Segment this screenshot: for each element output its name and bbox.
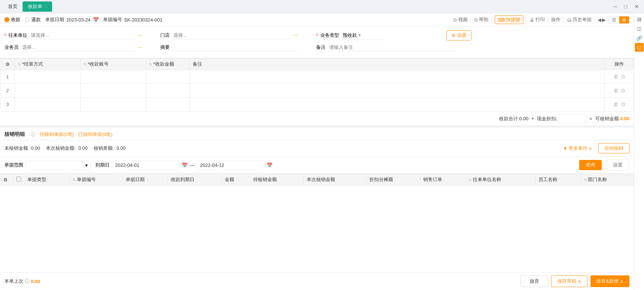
sub-th-settings[interactable]: ⚙ (0, 174, 13, 185)
history-link[interactable]: 🗂 历史单据 (567, 16, 592, 23)
current-value: 0.00 (78, 145, 87, 151)
pending-tab[interactable]: 待核销单据(0笔) (40, 131, 74, 138)
tab-home[interactable]: 首页 (3, 1, 23, 12)
table-settings-icon[interactable]: ⚙ (5, 62, 10, 67)
delete-row-btn[interactable]: 🗑 (613, 87, 619, 94)
video-link[interactable]: ⊙ 视频 (453, 16, 468, 23)
partner-label: 往来单位 (8, 32, 27, 39)
info-icon[interactable]: ⓘ (31, 131, 35, 138)
query-btn[interactable]: 查询 (579, 160, 602, 170)
date-value: 2023-03-24 (66, 17, 91, 23)
delete-row-btn[interactable]: 🗑 (613, 101, 619, 107)
tab-receipt[interactable]: 收款单 × (23, 1, 52, 12)
sub-th-checkbox[interactable] (13, 174, 24, 185)
print-link[interactable]: 🖨 打印 (530, 16, 545, 23)
date-to-input[interactable] (197, 161, 264, 170)
copy-row-btn[interactable]: ⧉ (621, 87, 625, 94)
copy-row-btn[interactable]: ⧉ (621, 101, 625, 107)
help-link[interactable]: ⊙ 帮助 (474, 16, 488, 23)
sidebar-form-icon[interactable]: ◫ (635, 24, 644, 33)
business-type-required: * (316, 33, 318, 38)
business-type-select[interactable]: 预收款 ▾ (341, 31, 385, 40)
select-all-checkbox[interactable] (16, 177, 21, 181)
summary-row: 收款合计 0.00 + 现金折扣: = 可核销金额 0.00 (0, 111, 634, 126)
calendar-from-icon[interactable]: 📅 (182, 162, 188, 168)
form-view-btn[interactable]: ⊞ (619, 16, 629, 23)
shop-more-btn[interactable]: ··· (292, 32, 299, 39)
receipt-radio[interactable]: 收款 (4, 16, 20, 23)
sub-th-bill-type: 单据类型 (24, 174, 70, 185)
info-circle-icon[interactable]: ⓘ (25, 278, 30, 285)
remark-cell[interactable] (190, 70, 605, 84)
remark-cell[interactable] (190, 98, 605, 111)
partner-field: * 往来单位 ··· (4, 31, 143, 39)
range-select[interactable]: ▾ (25, 161, 91, 170)
settlement-cell[interactable] (15, 70, 80, 84)
tab-close-icon[interactable]: × (44, 4, 47, 9)
amount-cell[interactable] (146, 70, 190, 84)
due-date-field: 到期日 📅 — 📅 (95, 161, 272, 170)
settings-button[interactable]: ⚙ 设置 (447, 30, 471, 40)
divider5 (564, 17, 564, 23)
th-settings[interactable]: ⚙ (0, 59, 15, 70)
refund-radio[interactable]: 退款 (25, 16, 41, 23)
settlement-cell[interactable] (15, 84, 80, 98)
maximize-button[interactable]: □ (622, 3, 629, 10)
main-container: 收款 退款 单据日期 2023-03-24 📅 单据编号 SK-20230324… (0, 13, 634, 290)
shop-input[interactable] (172, 31, 290, 39)
divider3 (526, 17, 527, 23)
list-view-btn[interactable]: ☰ (609, 16, 619, 23)
delete-row-btn[interactable]: 🗑 (613, 74, 619, 80)
account-cell[interactable] (80, 84, 146, 98)
form-area: * 往来单位 ··· 门店 ··· * 业务类型 预收款 ▾ (0, 27, 634, 58)
sidebar-expand-icon[interactable]: ◱ (635, 43, 644, 52)
summary-input[interactable] (172, 43, 299, 51)
sub-settings-btn[interactable]: 设置 (606, 160, 629, 171)
date-from-input[interactable] (112, 161, 180, 170)
th-settlement-label: *结算方式 (22, 61, 43, 67)
staff-more-btn[interactable]: ··· (137, 44, 143, 51)
staff-field: 业务员 ··· (4, 43, 143, 51)
number-group: 单据编号 SK-20230324-001 (103, 16, 163, 23)
staff-input[interactable] (21, 43, 134, 51)
more-conditions-label: 更多条件 (569, 145, 588, 152)
operation-link[interactable]: 操作 (551, 16, 561, 23)
due-label: 到期日 (95, 162, 110, 168)
next-arrow[interactable]: ▶ (602, 17, 606, 23)
th-operation: 操作 (605, 59, 634, 70)
partner-more-btn[interactable]: ··· (137, 32, 143, 39)
calendar-to-icon[interactable]: 📅 (267, 162, 272, 168)
history-label: 历史单据 (573, 16, 592, 23)
prev-arrow[interactable]: ◀ (598, 17, 601, 23)
amount-cell[interactable] (146, 84, 190, 98)
close-button[interactable]: ✕ (632, 3, 641, 10)
th-amount-label: *收款金额 (153, 61, 174, 67)
filter-row: 单据范围 ▾ 到期日 📅 — 📅 查询 设置 (0, 157, 634, 174)
account-cell[interactable] (80, 70, 146, 84)
shortcut-link[interactable]: ⌨ 快捷键 (495, 15, 523, 24)
sub-th-current: 本次核销金额 (304, 174, 366, 185)
copy-row-btn[interactable]: ⧉ (621, 74, 625, 80)
sidebar-link-icon[interactable]: 🔗 (635, 34, 644, 42)
sub-th-sales-order-label: 销售订单 (423, 177, 442, 182)
discount-input[interactable] (557, 114, 586, 123)
account-cell[interactable] (80, 98, 146, 111)
settlement-cell[interactable] (15, 98, 80, 111)
remark-input[interactable] (328, 43, 455, 51)
th-remark: 备注 (190, 59, 605, 70)
partner-input[interactable] (30, 31, 134, 39)
minimize-button[interactable]: ─ (611, 3, 619, 10)
auto-reconcile-btn[interactable]: 自动核销 (598, 143, 629, 153)
amount-cell[interactable] (146, 98, 190, 111)
table-row: 1 🗑 ⧉ (0, 70, 634, 84)
done-tab[interactable]: 已核销单据(0笔) (78, 131, 113, 138)
more-conditions-btn[interactable]: ▼ 更多条件 ∧ (563, 145, 592, 152)
save-new-button[interactable]: 保存&新增 ∧ (590, 275, 629, 287)
sub-th-bill-number-label: 单据编号 (77, 177, 96, 182)
abandon-button[interactable]: 放弃 (521, 275, 548, 287)
save-draft-button[interactable]: 保存草稿 ∧ (551, 275, 588, 287)
date-calendar-icon[interactable]: 📅 (93, 17, 99, 23)
total-value: 0.00 (519, 116, 529, 121)
remark-cell[interactable] (190, 84, 605, 98)
sidebar-table-icon[interactable]: ▤ (635, 15, 644, 23)
